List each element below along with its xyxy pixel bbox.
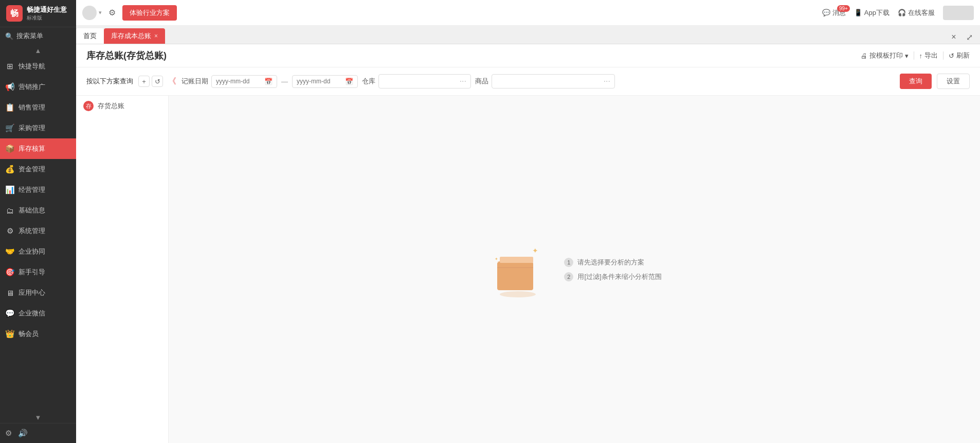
svg-text:✦: ✦ — [495, 257, 498, 261]
filter-row: 按以下方案查询 + ↺ 《 记账日期 📅 — — [86, 74, 970, 89]
sidebar-scroll-up[interactable]: ▲ — [0, 45, 76, 56]
empty-box-svg: ✦ ✦ — [487, 239, 549, 300]
warehouse-more-icon[interactable]: ··· — [460, 77, 466, 86]
sidebar-item-sales[interactable]: 📋 销售管理 — [0, 97, 76, 118]
message-action[interactable]: 💬 消息 99+ — [822, 8, 846, 17]
sidebar-item-enterprise[interactable]: 🤝 企业协同 — [0, 241, 76, 262]
sidebar-item-finance[interactable]: 💰 资金管理 — [0, 159, 76, 180]
content-with-sidebar: 存 存货总账 — [76, 96, 980, 443]
divider-2 — [943, 51, 943, 60]
filter-collapse-btn[interactable]: 《 — [168, 76, 176, 87]
calendar-end-icon[interactable]: 📅 — [345, 78, 353, 85]
filter-add-btn[interactable]: + — [138, 76, 150, 87]
print-icon: 🖨 — [861, 52, 867, 60]
scheme-sidebar: 存 存货总账 — [76, 96, 169, 443]
date-filter-group: 记账日期 📅 — 📅 — [182, 75, 358, 88]
tip-num-1: 1 — [564, 258, 573, 267]
scheme-item-label: 存货总账 — [98, 101, 124, 111]
svg-rect-1 — [497, 262, 533, 290]
app-logo-icon: 畅 — [6, 5, 23, 22]
sidebar-nav: ⊞ 快捷导航 📢 营销推广 📋 销售管理 🛒 采购管理 📦 库存核算 💰 资金管… — [0, 56, 76, 412]
topbar-user-right-avatar[interactable] — [943, 6, 974, 20]
page-title: 库存总账(存货总账) — [86, 49, 167, 62]
scheme-item-inventory-ledger[interactable]: 存 存货总账 — [76, 96, 168, 116]
tab-corner-buttons: × ⤢ — [947, 30, 980, 44]
app-center-icon: 🖥 — [5, 289, 14, 297]
filter-reset-btn[interactable]: ↺ — [152, 76, 163, 87]
warehouse-select[interactable]: ··· — [378, 74, 471, 88]
sidebar-scroll-down[interactable]: ▼ — [0, 412, 76, 423]
query-button[interactable]: 查询 — [900, 74, 932, 89]
filter-add-buttons: + ↺ — [138, 76, 163, 87]
date-start-input-wrap[interactable]: 📅 — [211, 75, 277, 88]
topbar-user-area[interactable]: ▾ — [82, 6, 102, 20]
sidebar-item-inventory[interactable]: 📦 库存核算 — [0, 138, 76, 159]
refresh-button[interactable]: ↺ 刷新 — [949, 51, 970, 60]
finance-icon: 💰 — [5, 165, 14, 174]
audio-bottom-icon[interactable]: 🔊 — [18, 429, 28, 438]
sidebar-item-app-center[interactable]: 🖥 应用中心 — [0, 282, 76, 303]
settings-bottom-icon[interactable]: ⚙ — [5, 429, 12, 438]
tab-corner-close[interactable]: × — [947, 30, 960, 44]
date-end-input-wrap[interactable]: 📅 — [292, 75, 358, 88]
export-button[interactable]: ↑ 导出 — [919, 51, 938, 60]
product-select[interactable]: ··· — [492, 74, 615, 88]
headset-icon: 🎧 — [898, 9, 906, 16]
tab-inventory-ledger[interactable]: 库存成本总账 × — [104, 28, 165, 44]
sidebar-item-basic[interactable]: 🗂 基础信息 — [0, 200, 76, 221]
warehouse-filter-group: 仓库 ··· — [362, 74, 471, 88]
sidebar-logo: 畅 畅捷通好生意 标准版 — [0, 0, 76, 27]
divider-1 — [914, 51, 914, 60]
svg-text:✦: ✦ — [532, 246, 538, 255]
tip-text-1: 请先选择要分析的方案 — [577, 258, 644, 267]
app-download-action[interactable]: 📱 App下载 — [854, 8, 890, 17]
sidebar-item-quick-nav[interactable]: ⊞ 快捷导航 — [0, 56, 76, 77]
sidebar-item-newbie[interactable]: 🎯 新手引导 — [0, 262, 76, 282]
product-label: 商品 — [475, 77, 488, 86]
operation-icon: 📊 — [5, 185, 14, 194]
sidebar-item-operation[interactable]: 📊 经营管理 — [0, 180, 76, 200]
filter-fields: 记账日期 📅 — 📅 仓库 — [182, 74, 895, 88]
tip-text-2: 用[过滤]条件来缩小分析范围 — [577, 272, 661, 281]
print-chevron-icon: ▾ — [905, 52, 909, 60]
sidebar-item-marketing[interactable]: 📢 营销推广 — [0, 77, 76, 97]
sidebar-item-member[interactable]: 👑 畅会员 — [0, 324, 76, 344]
system-icon: ⚙ — [5, 226, 14, 236]
enterprise-icon: 🤝 — [5, 247, 14, 256]
svg-point-0 — [500, 291, 536, 297]
basic-icon: 🗂 — [5, 206, 14, 215]
settings-button[interactable]: 设置 — [937, 74, 970, 89]
tab-home[interactable]: 首页 — [76, 28, 104, 44]
empty-area: ✦ ✦ 1 请先选择要分析的方案 2 用[过滤]条件来缩小分析范围 — [169, 96, 980, 443]
sidebar-search[interactable]: 🔍 搜索菜单 — [0, 27, 76, 45]
filter-label: 按以下方案查询 — [86, 77, 133, 86]
scheme-icon: 存 — [83, 101, 94, 111]
topbar-gear-button[interactable]: ⚙ — [105, 6, 119, 20]
tab-corner-expand[interactable]: ⤢ — [963, 30, 976, 44]
product-more-icon[interactable]: ··· — [604, 77, 610, 86]
message-badge: 99+ — [837, 5, 850, 12]
calendar-start-icon[interactable]: 📅 — [264, 78, 273, 85]
sidebar-item-system[interactable]: ⚙ 系统管理 — [0, 221, 76, 241]
page-header: 库存总账(存货总账) 🖨 按模板打印 ▾ ↑ 导出 ↺ 刷新 — [76, 44, 980, 67]
product-filter-group: 商品 ··· — [475, 74, 615, 88]
print-button[interactable]: 🖨 按模板打印 ▾ — [861, 51, 909, 60]
topbar-left: ▾ ⚙ 体验行业方案 — [82, 5, 818, 21]
sidebar-item-purchase[interactable]: 🛒 采购管理 — [0, 118, 76, 138]
date-start-input[interactable] — [216, 78, 262, 85]
empty-illustration: ✦ ✦ — [487, 239, 549, 300]
tabbar: 首页 库存成本总账 × × ⤢ — [76, 26, 980, 44]
wechat-icon: 💬 — [5, 309, 14, 318]
member-icon: 👑 — [5, 329, 14, 339]
sidebar-bottom: ⚙ 🔊 — [0, 423, 76, 443]
search-icon: 🔍 — [5, 32, 13, 40]
main-content: ▾ ⚙ 体验行业方案 💬 消息 99+ 📱 App下载 🎧 在线客服 首页 — [76, 0, 980, 443]
industry-btn[interactable]: 体验行业方案 — [122, 5, 177, 21]
sidebar-item-wechat[interactable]: 💬 企业微信 — [0, 303, 76, 324]
date-end-input[interactable] — [297, 78, 343, 85]
online-service-action[interactable]: 🎧 在线客服 — [898, 8, 935, 17]
tab-close-icon[interactable]: × — [154, 32, 158, 40]
svg-rect-4 — [497, 267, 533, 268]
empty-tips: 1 请先选择要分析的方案 2 用[过滤]条件来缩小分析范围 — [564, 258, 661, 281]
user-avatar — [82, 6, 97, 20]
